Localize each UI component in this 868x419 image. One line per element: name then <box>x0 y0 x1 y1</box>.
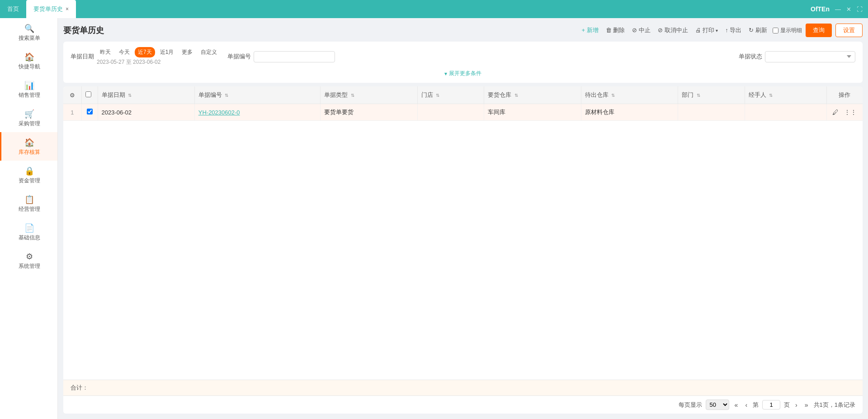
lock-icon: 🔒 <box>24 167 34 175</box>
window-close-btn[interactable]: ✕ <box>846 6 851 13</box>
td-pending-warehouse: 原材料仓库 <box>581 104 678 121</box>
sort-icon-doc-date: ⇅ <box>128 93 132 98</box>
print-dropdown-icon[interactable]: ▾ <box>716 28 718 33</box>
sort-icon-store: ⇅ <box>436 93 439 98</box>
sidebar-item-purchase-mgmt-label: 采购管理 <box>19 120 40 128</box>
refresh-button[interactable]: ↻ 刷新 <box>747 25 769 35</box>
th-doc-date[interactable]: 单据日期 ⇅ <box>98 86 194 104</box>
page-number-input[interactable] <box>762 400 780 409</box>
expand-more-label: 展开更多条件 <box>449 70 481 77</box>
date-btn-last1month[interactable]: 近1月 <box>157 47 177 57</box>
sidebar-item-system-mgmt[interactable]: ⚙ 系统管理 <box>0 246 57 275</box>
th-handler[interactable]: 经手人 ⇅ <box>745 86 826 104</box>
clipboard-icon: 📋 <box>24 195 34 204</box>
th-store[interactable]: 门店 ⇅ <box>417 86 484 104</box>
sidebar-item-sales-mgmt[interactable]: 📊 销售管理 <box>0 75 57 104</box>
page-header: 要货单历史 + 新增 🗑 删除 ⊘ 中止 ⊘ 取消中止 🖨 打印 ▾ ↑ 导出 … <box>63 24 863 37</box>
doc-no-input[interactable] <box>254 51 335 62</box>
tab-bar: 首页 要货单历史 × <box>0 0 76 18</box>
delete-button[interactable]: 🗑 删除 <box>604 25 627 35</box>
sidebar-item-inventory-calc-label: 库存核算 <box>19 148 40 156</box>
sort-icon-handler: ⇅ <box>769 93 773 98</box>
select-all-checkbox[interactable] <box>85 91 91 97</box>
tab-requisition-history-label: 要货单历史 <box>33 5 63 13</box>
page-last-btn[interactable]: » <box>803 400 810 409</box>
expand-more-button[interactable]: ▾ 展开更多条件 <box>71 70 855 77</box>
filter-area: 单据日期 昨天 今天 近7天 近1月 更多 自定义 2023-05-27 至 2… <box>63 42 863 83</box>
add-button[interactable]: + 新增 <box>580 25 600 35</box>
sidebar-item-basic-info-label: 基础信息 <box>19 234 40 242</box>
table-header-row: ⚙ 单据日期 ⇅ 单据编号 ⇅ <box>63 86 863 104</box>
window-fullscreen-btn[interactable]: ⛶ <box>857 6 863 13</box>
th-pending-warehouse[interactable]: 待出仓库 ⇅ <box>581 86 678 104</box>
th-req-warehouse-label: 要货仓库 <box>488 91 511 98</box>
th-req-warehouse[interactable]: 要货仓库 ⇅ <box>484 86 581 104</box>
date-range-display: 2023-05-27 至 2023-06-02 <box>97 58 220 66</box>
query-button[interactable]: 查询 <box>806 24 832 37</box>
th-doc-no[interactable]: 单据编号 ⇅ <box>194 86 321 104</box>
status-select[interactable] <box>765 51 855 62</box>
page-total-info: 共1页，1条记录 <box>814 401 855 409</box>
suspend-button[interactable]: ⊘ 中止 <box>630 25 652 35</box>
sidebar-item-quick-nav-label: 快捷导航 <box>19 63 40 71</box>
cart-icon: 🛒 <box>24 110 34 118</box>
td-store <box>417 104 484 121</box>
table-wrapper: ⚙ 单据日期 ⇅ 单据编号 ⇅ <box>63 86 863 380</box>
tab-home[interactable]: 首页 <box>0 0 26 18</box>
doc-no-link[interactable]: YH-20230602-0 <box>198 109 240 116</box>
show-detail-checkbox[interactable] <box>773 28 778 33</box>
th-doc-type[interactable]: 单据类型 ⇅ <box>321 86 417 104</box>
sidebar-item-quick-nav[interactable]: 🏠 快捷导航 <box>0 47 57 75</box>
show-detail-label: 显示明细 <box>780 27 802 34</box>
page-first-btn[interactable]: « <box>733 400 740 409</box>
th-action: 操作 <box>826 86 863 104</box>
th-action-label: 操作 <box>839 91 850 98</box>
th-department[interactable]: 部门 ⇅ <box>678 86 745 104</box>
row-checkbox[interactable] <box>87 109 93 114</box>
sidebar-item-purchase-mgmt[interactable]: 🛒 采购管理 <box>0 104 57 132</box>
print-button[interactable]: 🖨 打印 ▾ <box>693 25 720 35</box>
export-button[interactable]: ↑ 导出 <box>723 25 743 35</box>
show-detail-checkbox-label[interactable]: 显示明细 <box>773 27 802 34</box>
sidebar-item-search-menu-label: 搜索菜单 <box>19 34 40 42</box>
window-minimize-btn[interactable]: — <box>835 6 841 13</box>
sidebar-item-system-mgmt-label: 系统管理 <box>19 262 40 270</box>
chart-icon: 📊 <box>24 81 34 90</box>
tab-home-label: 首页 <box>7 5 19 13</box>
th-doc-type-label: 单据类型 <box>324 91 348 98</box>
sidebar-item-operations-mgmt[interactable]: 📋 经营管理 <box>0 189 57 218</box>
more-action-btn[interactable]: ⋮⋮ <box>842 108 859 117</box>
sidebar-item-operations-mgmt-label: 经营管理 <box>19 205 40 213</box>
page-size-select[interactable]: 50 100 200 <box>706 400 729 410</box>
date-btn-today[interactable]: 今天 <box>116 47 133 57</box>
page-prev-btn[interactable]: ‹ <box>743 400 749 409</box>
td-doc-no[interactable]: YH-20230602-0 <box>194 104 321 121</box>
sort-icon-req-warehouse: ⇅ <box>514 93 518 98</box>
sort-icon-department: ⇅ <box>697 93 700 98</box>
sidebar-item-inventory-calc[interactable]: 🏠 库存核算 <box>0 132 57 161</box>
date-btn-last7days[interactable]: 近7天 <box>135 47 155 57</box>
tab-requisition-history[interactable]: 要货单历史 × <box>26 0 76 18</box>
tab-close-icon[interactable]: × <box>66 6 69 12</box>
page-suffix: 页 <box>784 401 790 409</box>
sidebar-item-search-menu[interactable]: 🔍 搜索菜单 <box>0 18 57 47</box>
date-btn-yesterday[interactable]: 昨天 <box>97 47 114 57</box>
settings-col-icon: ⚙ <box>70 92 75 99</box>
print-label: 🖨 打印 <box>695 26 715 34</box>
date-btn-custom[interactable]: 自定义 <box>198 47 220 57</box>
settings-button[interactable]: 设置 <box>835 24 863 37</box>
edit-action-btn[interactable]: 🖊 <box>830 108 840 117</box>
td-req-warehouse: 车间库 <box>484 104 581 121</box>
page-next-btn[interactable]: › <box>793 400 799 409</box>
td-row-num: 1 <box>63 104 81 121</box>
table-footer: 合计： <box>63 380 863 395</box>
document-icon: 📄 <box>24 224 34 232</box>
th-settings[interactable]: ⚙ <box>63 86 81 104</box>
date-btn-more[interactable]: 更多 <box>179 47 196 57</box>
sidebar-item-finance-mgmt[interactable]: 🔒 资金管理 <box>0 161 57 189</box>
cancel-suspend-button[interactable]: ⊘ 取消中止 <box>656 25 690 35</box>
sidebar-item-basic-info[interactable]: 📄 基础信息 <box>0 218 57 246</box>
status-label: 单据状态 <box>739 52 762 61</box>
th-pending-warehouse-label: 待出仓库 <box>585 91 609 98</box>
pagination-bar: 每页显示 50 100 200 « ‹ 第 页 › » 共1页，1条记录 <box>63 395 863 414</box>
